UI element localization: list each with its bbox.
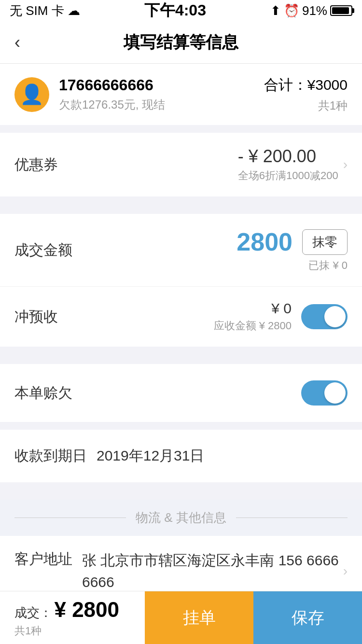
prepay-amount: ¥ 0: [214, 300, 292, 317]
coupon-row[interactable]: 优惠券 - ¥ 200.00 全场6折满1000减200 ›: [0, 133, 362, 196]
address-label: 客户地址: [14, 549, 72, 569]
sep-line-right: [236, 518, 348, 518]
total-amount: 合计：¥3000: [264, 75, 348, 95]
battery-icon: [330, 5, 352, 16]
status-time: 下午4:03: [144, 0, 206, 21]
prepay-label: 冲预收: [14, 307, 58, 327]
bottom-actions: 挂单 保存: [145, 591, 362, 644]
status-bar: 无 SIM 卡 ☁ 下午4:03 ⬆ ⏰ 91%: [0, 0, 362, 21]
user-info: 17666666666 欠款1276.35元, 现结: [59, 76, 165, 112]
deal-amount-row: 成交金额 2800 抹零 已抹 ¥ 0: [0, 214, 362, 287]
debit-toggle[interactable]: [301, 380, 348, 406]
round-button[interactable]: 抹零: [302, 229, 348, 255]
sim-label: 无 SIM 卡 ☁: [10, 2, 80, 19]
content: 👤 17666666666 欠款1276.35元, 现结 合计：¥3000 共1…: [0, 64, 362, 644]
bottom-deal-label: 成交：: [14, 605, 52, 620]
coupon-discount: - ¥ 200.00: [238, 146, 338, 167]
deal-amount-value: 2800: [237, 227, 292, 256]
battery-percent: 91%: [302, 3, 327, 18]
section-divider-2: [0, 354, 362, 364]
user-phone: 17666666666: [59, 76, 165, 94]
bottom-summary: 成交： ¥ 2800 共1种: [0, 598, 145, 638]
clock-icon: ⏰: [284, 3, 299, 18]
address-value: 张 北京市市辖区海淀区永丰南 156 6666 6666: [82, 549, 343, 593]
bottom-deal-line: 成交： ¥ 2800: [14, 598, 130, 622]
deal-label: 成交金额: [14, 240, 72, 260]
debit-row: 本单赊欠: [0, 364, 362, 422]
coupon-label: 优惠券: [14, 155, 58, 175]
deal-sub: 已抹 ¥ 0: [237, 258, 348, 273]
user-right: 合计：¥3000 共1种: [264, 75, 348, 113]
back-button[interactable]: ‹: [10, 28, 25, 57]
toggle-knob: [324, 306, 346, 327]
bottom-bar: 成交： ¥ 2800 共1种 挂单 保存: [0, 591, 362, 644]
address-arrow-icon: ›: [343, 563, 348, 579]
total-count: 共1种: [264, 98, 348, 113]
page-title: 填写结算等信息: [124, 31, 238, 54]
header: ‹ 填写结算等信息: [0, 21, 362, 64]
duedate-row: 收款到期日 2019年12月31日: [0, 430, 362, 482]
deal-value: 2800 抹零: [237, 227, 348, 256]
section-divider-3: [0, 490, 362, 500]
sep-line-left: [14, 518, 126, 518]
prepay-right: ¥ 0 应收金额 ¥ 2800: [214, 300, 348, 333]
debit-toggle-knob: [324, 382, 346, 404]
prepay-amount-col: ¥ 0 应收金额 ¥ 2800: [214, 300, 292, 333]
text-separator: 物流 & 其他信息: [0, 500, 362, 536]
deal-section: 成交金额 2800 抹零 已抹 ¥ 0 冲预收 ¥ 0 应收金额 ¥ 2800: [0, 214, 362, 347]
user-left: 👤 17666666666 欠款1276.35元, 现结: [14, 76, 165, 112]
duedate-label: 收款到期日: [14, 446, 87, 466]
bottom-count: 共1种: [14, 624, 130, 638]
debit-label: 本单赊欠: [14, 383, 72, 403]
avatar: 👤: [14, 77, 49, 112]
sep-text: 物流 & 其他信息: [136, 509, 226, 526]
coupon-arrow-icon: ›: [343, 157, 348, 172]
status-left: 无 SIM 卡 ☁: [10, 2, 80, 19]
status-right: ⬆ ⏰ 91%: [270, 3, 352, 18]
prepay-row: 冲预收 ¥ 0 应收金额 ¥ 2800: [0, 287, 362, 347]
duedate-value: 2019年12月31日: [97, 446, 204, 466]
hang-button[interactable]: 挂单: [145, 591, 253, 644]
user-debt: 欠款1276.35元, 现结: [59, 97, 165, 112]
save-button[interactable]: 保存: [253, 591, 362, 644]
location-icon: ⬆: [270, 3, 281, 18]
prepay-sub: 应收金额 ¥ 2800: [214, 319, 292, 333]
bottom-amount: ¥ 2800: [54, 598, 119, 621]
prepay-toggle[interactable]: [301, 304, 348, 329]
user-card: 👤 17666666666 欠款1276.35元, 现结 合计：¥3000 共1…: [0, 64, 362, 125]
section-divider-1: [0, 204, 362, 214]
coupon-right: - ¥ 200.00 全场6折满1000减200 ›: [238, 146, 348, 183]
coupon-desc: 全场6折满1000减200: [238, 168, 338, 183]
